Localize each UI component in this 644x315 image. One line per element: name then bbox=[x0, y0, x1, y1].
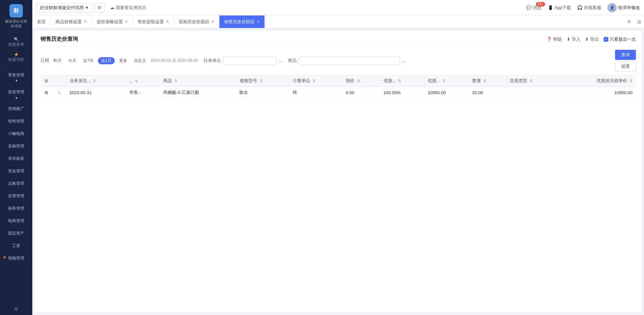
col-product[interactable]: 商品 ⇅ bbox=[160, 75, 236, 87]
sidebar-item-ledger[interactable]: 总账管理 bbox=[0, 177, 32, 190]
data-table: ⚙ 业务发生... ⇅ ... ⇅ 商品 ⇅ bbox=[40, 75, 636, 99]
date-filter-group: 日期 昨天 今天 近7天 近1月 更多 自定义 2023-05-02 至 202… bbox=[40, 57, 198, 64]
sidebar-item-capital[interactable]: 资金管理 bbox=[0, 165, 32, 177]
import-label: 导入 bbox=[572, 36, 580, 42]
export-link[interactable]: ⬆ 导出 bbox=[585, 36, 599, 42]
last-only-checkbox[interactable]: ✓ 只看最后一次 bbox=[604, 36, 636, 42]
tab-sale-extract[interactable]: 售价提取设置 ✕ bbox=[133, 15, 174, 28]
col-trans-type[interactable]: 交易类型 ⇅ bbox=[506, 75, 560, 87]
col-discount-pct[interactable]: 优惠... ⇅ bbox=[380, 75, 424, 87]
topbar: 好业财标准版交付试用 ▾ ⚙ ☁ 我要看实例演示 💬 消息 99+ 📱 App下… bbox=[32, 0, 644, 15]
sidebar-item-inventory[interactable]: 库存核算 bbox=[0, 152, 32, 165]
col-index bbox=[52, 75, 66, 87]
sidebar-item-retail[interactable]: 零售管理 ▼ bbox=[0, 69, 32, 86]
logo-text: 畅捷通好业财 标准版 bbox=[5, 19, 27, 29]
tab-purchase-history[interactable]: 采购历史价跟踪 ✕ bbox=[174, 15, 219, 28]
headset-icon: 🎧 bbox=[577, 5, 582, 10]
tab-price[interactable]: 商品价格设置 ✕ bbox=[51, 15, 92, 28]
sidebar-item-ecommerce[interactable]: 电商管理 bbox=[0, 215, 32, 227]
environment-selector[interactable]: 好业财标准版交付试用 ▾ bbox=[36, 3, 92, 12]
demo-cloud-icon: ☁ bbox=[110, 5, 114, 10]
sidebar: 财 畅捷通好业财 标准版 🔍搜索菜单 ⚡快捷导航 零售管理 ▼ 批发管理 ▲ 营… bbox=[0, 0, 32, 315]
date-btn-7days[interactable]: 近7天 bbox=[81, 57, 96, 64]
col-date[interactable]: 业务发生... ⇅ bbox=[66, 75, 126, 87]
tab-purchase-strategy[interactable]: 进价策略设置 ✕ bbox=[92, 15, 133, 28]
date-btn-today[interactable]: 今天 bbox=[66, 57, 79, 64]
demo-link[interactable]: ☁ 我要看实例演示 bbox=[110, 5, 146, 11]
table-header-row: ⚙ 业务发生... ⇅ ... ⇅ 商品 ⇅ bbox=[40, 75, 636, 87]
sidebar-item-assets[interactable]: 固定资产 bbox=[0, 227, 32, 240]
tab-price-close[interactable]: ✕ bbox=[84, 20, 87, 24]
sidebar-item-invoice[interactable]: 发票管理 bbox=[0, 190, 32, 202]
import-link[interactable]: ⬇ 导入 bbox=[567, 36, 580, 42]
tabbar: 首页 商品价格设置 ✕ 进价策略设置 ✕ 售价提取设置 ✕ 采购历史价跟踪 ✕ … bbox=[32, 15, 644, 28]
col-pretax-price[interactable]: 优惠前无税单价 ⇅ bbox=[560, 75, 636, 87]
from-unit-dots[interactable]: ... bbox=[279, 58, 283, 63]
tab-sale-extract-close[interactable]: ✕ bbox=[166, 20, 169, 24]
online-service-label: 在线客服 bbox=[584, 5, 601, 11]
product-input[interactable] bbox=[299, 57, 400, 65]
tabbar-close-button[interactable]: ✕ bbox=[623, 19, 635, 25]
row-price: 0.00 bbox=[343, 87, 380, 99]
tab-home-label: 首页 bbox=[37, 19, 46, 25]
sidebar-item-sales[interactable]: 销售管理 bbox=[0, 115, 32, 128]
from-unit-input[interactable] bbox=[223, 57, 277, 65]
col-unit[interactable]: 计量单位 ⇅ bbox=[289, 75, 343, 87]
col-discount-pct-sort-icon: ⇅ bbox=[398, 79, 401, 83]
row-gear[interactable]: ⚙ bbox=[40, 87, 52, 99]
from-unit-label: 往来单位 bbox=[204, 58, 221, 64]
sidebar-settings-button[interactable]: ⚙ bbox=[0, 303, 32, 315]
row-extra: 华查... bbox=[126, 87, 160, 99]
from-unit-filter: 往来单位 ... bbox=[204, 57, 283, 65]
tab-sales-history[interactable]: 销售历史价跟踪 ✕ bbox=[219, 15, 265, 28]
settings-small-button[interactable]: 设置 bbox=[615, 61, 636, 71]
online-service-button[interactable]: 🎧 在线客服 bbox=[577, 5, 601, 11]
tab-purchase-history-close[interactable]: ✕ bbox=[211, 20, 214, 24]
topbar-settings-button[interactable]: ⚙ bbox=[95, 3, 105, 13]
last-only-label: 只看最后一次 bbox=[610, 36, 636, 42]
query-button[interactable]: 查询 bbox=[615, 50, 636, 60]
page-title: 销售历史价查询 bbox=[40, 36, 78, 43]
sidebar-item-quicknav[interactable]: ⚡快捷导航 bbox=[0, 50, 32, 65]
row-spec: 散水 bbox=[236, 87, 289, 99]
message-button[interactable]: 💬 消息 99+ bbox=[526, 5, 542, 11]
sidebar-item-marketing[interactable]: 营销推广 bbox=[0, 103, 32, 115]
tabbar-expand-button[interactable]: ⊞ bbox=[635, 19, 644, 25]
help-link[interactable]: ❓ 帮助 bbox=[546, 36, 562, 42]
sidebar-item-xiaochu[interactable]: 小畅电商 bbox=[0, 128, 32, 140]
sidebar-item-salary[interactable]: 工资 bbox=[0, 240, 32, 252]
app-icon: 📱 bbox=[548, 5, 553, 10]
checkbox-checked-icon: ✓ bbox=[604, 37, 608, 42]
product-filter: 商品 ... bbox=[288, 57, 406, 65]
col-product-sort-icon: ⇅ bbox=[174, 79, 177, 83]
user-profile-button[interactable]: 👤 徐泽华修改 bbox=[607, 3, 640, 12]
topbar-right: 💬 消息 99+ 📱 App下载 🎧 在线客服 👤 徐泽华修改 bbox=[526, 3, 640, 12]
sidebar-item-wholesale[interactable]: 批发管理 ▲ bbox=[0, 86, 32, 103]
col-spec[interactable]: 规格型号 ⇅ bbox=[236, 75, 289, 87]
col-discount-amt[interactable]: 优惠... ⇅ bbox=[424, 75, 469, 87]
selector-label: 好业财标准版交付试用 bbox=[40, 5, 84, 11]
col-gear[interactable]: ⚙ bbox=[40, 75, 52, 87]
col-discount-amt-sort-icon: ⇅ bbox=[442, 79, 445, 83]
date-btn-yesterday[interactable]: 昨天 bbox=[51, 57, 64, 64]
date-btn-1month[interactable]: 近1月 bbox=[98, 57, 115, 64]
row-date: 2023-05-31 bbox=[66, 87, 126, 99]
sidebar-item-purchase[interactable]: 采购管理 bbox=[0, 140, 32, 152]
app-download-button[interactable]: 📱 App下载 bbox=[548, 5, 571, 11]
page-actions: ❓ 帮助 ⬇ 导入 ⬆ 导出 ✓ 只看最后一次 bbox=[546, 36, 636, 42]
sidebar-item-smart[interactable]: 智能管理 bbox=[0, 252, 32, 265]
col-extra[interactable]: ... ⇅ bbox=[126, 75, 160, 87]
col-spec-sort-icon: ⇅ bbox=[259, 79, 262, 83]
date-btn-more[interactable]: 更多 bbox=[117, 57, 130, 64]
col-quantity[interactable]: 数量 ⇅ bbox=[469, 75, 506, 87]
sidebar-item-search[interactable]: 🔍搜索菜单 bbox=[0, 34, 32, 50]
date-btn-custom[interactable]: 自定义 bbox=[132, 57, 148, 64]
sidebar-item-tax[interactable]: 税务管理 bbox=[0, 202, 32, 215]
tab-sales-history-close[interactable]: ✕ bbox=[257, 20, 260, 24]
product-dots[interactable]: ... bbox=[402, 58, 406, 63]
smart-dot bbox=[3, 256, 6, 258]
selector-dropdown-icon: ▾ bbox=[86, 5, 88, 10]
col-price[interactable]: 报价 ⇅ bbox=[343, 75, 380, 87]
tab-purchase-strategy-close[interactable]: ✕ bbox=[125, 20, 128, 24]
tab-home[interactable]: 首页 bbox=[32, 15, 51, 28]
